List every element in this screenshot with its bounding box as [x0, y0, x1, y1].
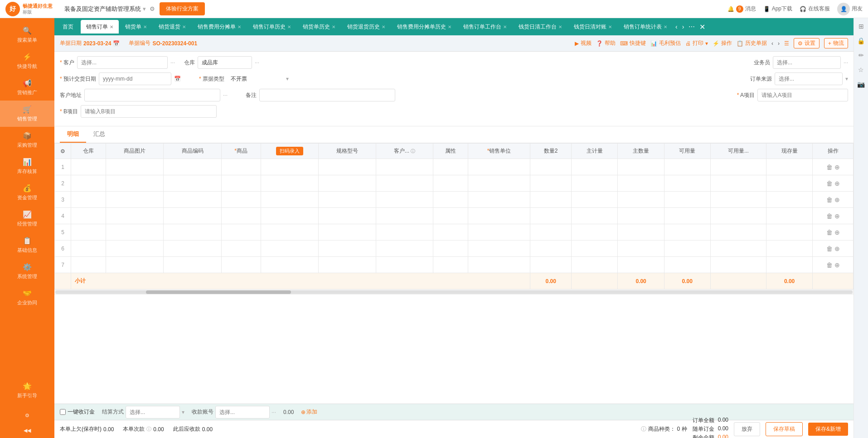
row6-unit[interactable] — [468, 241, 530, 257]
tab-order-history[interactable]: 销售订单历史 ✕ — [247, 20, 296, 34]
info-icon-order[interactable]: ⓘ — [146, 426, 151, 433]
row1-spec[interactable] — [318, 159, 376, 175]
sidebar-item-finance[interactable]: 💰 资金管理 — [0, 179, 54, 206]
row1-available[interactable] — [664, 159, 710, 175]
row5-product[interactable] — [221, 224, 261, 241]
row1-product[interactable] — [221, 159, 261, 175]
row2-customer-code[interactable] — [376, 175, 433, 192]
row4-available2[interactable] — [710, 208, 766, 224]
row1-main-qty[interactable] — [618, 159, 664, 175]
industry-btn[interactable]: 体验行业方案 — [160, 2, 205, 15]
row4-code[interactable] — [164, 208, 221, 224]
subheader-video[interactable]: ▶ 视频 — [575, 39, 592, 47]
col-scan[interactable]: 扫码录入 — [261, 144, 318, 159]
tab-sales-order[interactable]: 销售订单 ✕ — [81, 20, 119, 34]
row4-stock[interactable] — [766, 208, 812, 224]
salesperson-expand-btn[interactable]: ··· — [844, 59, 848, 66]
copy-icon-4[interactable]: ⊕ — [834, 212, 840, 220]
delete-icon-3[interactable]: 🗑 — [826, 196, 833, 203]
tab-expense-history[interactable]: 销售费用分摊单历史 ✕ — [392, 20, 457, 34]
scan-btn[interactable]: 扫码录入 — [276, 147, 303, 155]
row7-warehouse[interactable] — [71, 257, 106, 273]
copy-icon-6[interactable]: ⊕ — [834, 245, 840, 252]
row1-attr[interactable] — [433, 159, 468, 175]
sidebar-item-purchase[interactable]: 📦 采购管理 — [0, 127, 54, 153]
account-expand-btn[interactable]: ··· — [272, 409, 276, 415]
tab-close-all[interactable]: ✕ — [698, 23, 707, 31]
subheader-additem[interactable]: + 物流 — [824, 38, 848, 48]
row6-spec[interactable] — [318, 241, 376, 257]
row3-product[interactable] — [221, 192, 261, 208]
salesperson-input[interactable] — [773, 56, 841, 69]
row5-warehouse[interactable] — [71, 224, 106, 241]
subheader-settings-btn[interactable]: ⚙ 设置 — [794, 38, 820, 48]
delete-icon-6[interactable]: 🗑 — [826, 245, 833, 252]
row4-available[interactable] — [664, 208, 710, 224]
row6-qty2[interactable] — [530, 241, 572, 257]
row5-attr[interactable] — [433, 224, 468, 241]
tab-nav-next[interactable]: › — [680, 23, 686, 30]
subheader-print[interactable]: 🖨 打印 ▾ — [685, 39, 708, 47]
row2-main-qty[interactable] — [618, 175, 664, 192]
tab-close-return-history[interactable]: ✕ — [382, 24, 385, 29]
ticket-dropdown[interactable]: ▾ — [286, 76, 289, 82]
subheader-operation[interactable]: ⚡ 操作 — [713, 39, 732, 47]
customer-input[interactable] — [77, 56, 168, 69]
row2-main-unit[interactable] — [572, 175, 618, 192]
row3-main-unit[interactable] — [572, 192, 618, 208]
row7-attr[interactable] — [433, 257, 468, 273]
row2-available[interactable] — [664, 175, 710, 192]
discard-btn[interactable]: 放弃 — [734, 422, 760, 436]
row6-image[interactable] — [106, 241, 164, 257]
row2-product[interactable] — [221, 175, 261, 192]
scroll-thumb[interactable] — [146, 290, 291, 294]
row3-available2[interactable] — [710, 192, 766, 208]
row2-attr[interactable] — [433, 175, 468, 192]
row7-main-unit[interactable] — [572, 257, 618, 273]
one-click-checkbox[interactable] — [60, 409, 66, 415]
row7-stock[interactable] — [766, 257, 812, 273]
product-types-icon[interactable]: ⓘ — [641, 425, 646, 433]
row1-image[interactable] — [106, 159, 164, 175]
warehouse-input[interactable] — [198, 56, 252, 69]
tab-invoice-history[interactable]: 销货单历史 ✕ — [297, 20, 341, 34]
payment-method-input[interactable] — [126, 406, 180, 419]
row3-unit[interactable] — [468, 192, 530, 208]
tab-home[interactable]: 首页 — [56, 18, 80, 35]
sidebar-item-marketing[interactable]: 📢 营销推广 — [0, 74, 54, 101]
subheader-nav-next[interactable]: › — [778, 40, 780, 47]
row7-available2[interactable] — [710, 257, 766, 273]
right-panel-icon-1[interactable]: ⊞ — [855, 20, 868, 33]
save-draft-btn[interactable]: 保存草稿 — [766, 422, 803, 436]
row5-customer-code[interactable] — [376, 224, 433, 241]
account-input[interactable] — [215, 406, 270, 419]
row3-main-qty[interactable] — [618, 192, 664, 208]
row2-qty2[interactable] — [530, 175, 572, 192]
delivery-calendar-icon[interactable]: 📅 — [174, 76, 181, 82]
copy-icon-5[interactable]: ⊕ — [834, 229, 840, 236]
row6-available[interactable] — [664, 241, 710, 257]
row3-spec[interactable] — [318, 192, 376, 208]
row1-unit[interactable] — [468, 159, 530, 175]
row3-warehouse[interactable] — [71, 192, 106, 208]
tab-detail[interactable]: 明细 — [60, 126, 86, 143]
row1-available2[interactable] — [710, 159, 766, 175]
add-item-btn[interactable]: ⊕ 添加 — [301, 408, 317, 416]
right-panel-icon-2[interactable]: 🔒 — [855, 34, 868, 47]
row4-spec[interactable] — [318, 208, 376, 224]
sidebar-item-search[interactable]: 🔍 搜索菜单 — [0, 22, 54, 48]
system-dropdown-icon[interactable]: ▾ — [143, 5, 146, 12]
warehouse-expand-btn[interactable]: ··· — [255, 59, 259, 66]
row5-available[interactable] — [664, 224, 710, 241]
col-settings[interactable]: ⚙ — [55, 144, 71, 159]
row5-available2[interactable] — [710, 224, 766, 241]
row4-qty2[interactable] — [530, 208, 572, 224]
address-input[interactable] — [84, 89, 220, 101]
row6-main-unit[interactable] — [572, 241, 618, 257]
subheader-layout[interactable]: ☰ — [784, 40, 789, 47]
row2-code[interactable] — [164, 175, 221, 192]
sidebar-item-inventory[interactable]: 📊 库存核算 — [0, 153, 54, 179]
scroll-bar[interactable] — [54, 289, 853, 295]
row3-qty2[interactable] — [530, 192, 572, 208]
tab-close-sales-order[interactable]: ✕ — [110, 24, 113, 29]
